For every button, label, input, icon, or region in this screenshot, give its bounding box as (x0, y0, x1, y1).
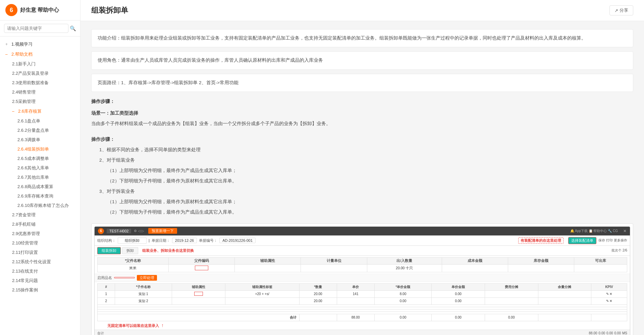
td-row1-no: 1 (98, 290, 115, 297)
footer-page: 合计 (97, 331, 104, 335)
sidebar-item-quantity[interactable]: 2.6.2分量盘点单 (0, 126, 80, 135)
mock-date[interactable]: 2019-12-26 (172, 238, 197, 243)
sidebar-item-video[interactable]: + 1.视频学习 (0, 39, 80, 49)
scenario1-title: 场景一：加工类型选择 (91, 109, 633, 118)
sidebar-item-other-in-label: 2.6.6其他入库单 (17, 165, 49, 171)
sidebar-item-data-prep[interactable]: 2.3使用前数据准备 (0, 78, 80, 88)
footer-0-1: 0.00 (599, 331, 605, 335)
sidebar-item-cost-adj[interactable]: 2.6.5成本调整单 (0, 154, 80, 163)
sidebar-item-purchase[interactable]: 2.5采购管理 (0, 97, 80, 106)
mock-lower-table: # *子件名称 辅助属性 辅助属性标签 *数量 单价 *单价金额 单价金额 费用… (95, 282, 630, 330)
sidebar-item-cases[interactable]: 2.15操作案例 (0, 285, 80, 295)
step2-1: （1）上部明细为父件明细，最终作为产成品生成其它入库单； (91, 166, 633, 175)
td-row2-code (172, 297, 225, 304)
mock-btn-add[interactable]: 预置新增一下 (148, 228, 177, 234)
mock-enable-input[interactable] (114, 277, 135, 278)
footer-amt: 88.00 (337, 314, 374, 321)
td-row1-remain (485, 290, 538, 297)
sidebar-item-sales[interactable]: 2.4销售管理 (0, 88, 80, 97)
mock-enable-label: 启用品名 (97, 275, 112, 280)
step1-1: 1、根据不同的业务，选择不同单据的类型来处理 (91, 145, 633, 154)
mock-tab-assembly[interactable]: 组装拆卸 (97, 247, 121, 254)
screenshot-container: 6 TEST-H002 ⚙ ◁ ▷ 预置新增一下 🔔 App下载 📋 帮助中心 … (91, 223, 633, 335)
sidebar-item-coupon[interactable]: 2.9优惠券管理 (0, 229, 80, 238)
sidebar-item-install[interactable]: 2.2产品安装及登录 (0, 69, 80, 78)
th-child-kpiv: KPIV (591, 283, 627, 290)
sidebar-item-personalize[interactable]: 2.12系统个性化设置 (0, 257, 80, 267)
sidebar-item-help-docs[interactable]: – 2.帮助文档 (0, 49, 80, 59)
footer-remain: 0.00 (485, 314, 538, 321)
sidebar-item-print[interactable]: 2.11打印设置 (0, 248, 80, 257)
sidebar-item-operations[interactable]: 2.10经营管理 (0, 238, 80, 248)
mock-child-table: # *子件名称 辅助属性 辅助属性标签 *数量 单价 *单价金额 单价金额 费用… (97, 283, 627, 321)
feature-intro-text: 功能介绍：组装拆卸单用来处理企业组装或拆卸等加工业务，支持有固定装配清单的产品加… (98, 36, 586, 41)
sidebar-item-transfer[interactable]: 2.6.3调拨单 (0, 135, 80, 145)
td-unit (301, 264, 367, 272)
td-row1-cost: 8.00 (374, 290, 432, 297)
mock-close-icon[interactable]: ✕ (623, 229, 627, 233)
footer-88: 88.00 (589, 331, 597, 335)
mock-sep1: | (149, 238, 150, 242)
td-row2-amt (337, 297, 374, 304)
mock-org-select[interactable]: 组织拆卸 (118, 237, 147, 244)
sidebar-item-mobile[interactable]: 2.8手机旺铺 (0, 220, 80, 229)
sidebar-item-cases-label: 2.15操作案例 (12, 287, 38, 293)
nav-tree: + 1.视频学习 – 2.帮助文档 2.1新手入门 2.2产品安装及登录 2.3… (0, 37, 80, 335)
mock-parent-table: *父件名称 父件编码 辅助属性 计量单位 出/入数量 成本金额 库存金额 可出库 (97, 257, 627, 272)
sidebar-item-payment-label: 2.13在线支付 (12, 268, 38, 274)
mock-second-toolbar: 组织结构： 组织拆卸 | 单据日期： 2019-12-26 单据编号： AD-2… (95, 236, 630, 246)
annotation-no-bom: 无固定清单可以组装在这里录入 (107, 324, 159, 328)
mock-tab-list[interactable]: 拆卸 (122, 247, 138, 254)
sidebar-header: 6 好生意 帮助中心 (0, 0, 80, 20)
sidebar-item-other-in[interactable]: 2.6.6其他入库单 (0, 163, 80, 173)
arrow-up-icon: ↑ (161, 323, 164, 328)
sidebar-item-cost-recalc[interactable]: 2.6.8商品成本重算 (0, 182, 80, 191)
mock-screen: 6 TEST-H002 ⚙ ◁ ▷ 预置新增一下 🔔 App下载 📋 帮助中心 … (94, 226, 630, 335)
sidebar-item-purchase-label: 2.5采购管理 (12, 99, 36, 105)
table-row: 2 策划 2 20.00 0.00 0.00 ✎ ✕ (98, 297, 627, 304)
share-button[interactable]: ↗ 分享 (609, 5, 633, 15)
path-text: 页面路径：1、库存核算->库存管理->组装拆卸单 2、首页->常用功能 (98, 80, 238, 85)
th-inv-amt: 库存金额 (508, 257, 574, 264)
sidebar-item-inv-ledger-label: 2.6.9库存账本查询 (17, 193, 53, 199)
sidebar-item-faq[interactable]: 2.14常见问题 (0, 276, 80, 285)
role-block: 使用角色：通常由生产人员或库管人员完成折装业务的操作，库管人员确认原材料的出库和… (91, 51, 633, 69)
sidebar-item-assembly-label: 2.6.4组装拆卸单 (17, 146, 49, 152)
mock-titlebar: 6 TEST-H002 ⚙ ◁ ▷ 预置新增一下 🔔 App下载 📋 帮助中心 … (95, 227, 630, 236)
sidebar-item-payment[interactable]: 2.13在线支付 (0, 267, 80, 276)
sidebar-item-other-out[interactable]: 2.6.7其他出库单 (0, 173, 80, 182)
search-button[interactable]: 🔍 (70, 25, 76, 32)
th-parent-code: 父件编码 (168, 257, 234, 264)
scenario1-desc: 当由多个子件材料组装成一个成品的业务为【组装】业务，当由一个父件拆分成多个子产品… (91, 119, 633, 128)
sidebar-item-assembly[interactable]: 2.6.4组装拆卸单 (0, 145, 80, 154)
mock-topright: 🔔 App下载 📋 帮助中心 🔧 CG (570, 229, 618, 233)
page-title: 组装拆卸单 (91, 5, 128, 15)
sidebar-item-capital-label: 2.7资金管理 (12, 212, 36, 218)
sidebar-item-inventory[interactable]: – 2.6库存核算 (0, 106, 80, 116)
mock-btn-select[interactable]: 选择装配清单 (568, 237, 596, 244)
sidebar-item-faq-label: 2.14常见问题 (12, 278, 38, 284)
search-input[interactable] (4, 24, 68, 33)
sidebar-item-inv-error[interactable]: 2.6.10库存账本错了怎么办 (0, 201, 80, 210)
sidebar-item-inv-error-label: 2.6.10库存账本错了怎么办 (17, 203, 69, 209)
td-row1-alloc: 0.00 (432, 290, 485, 297)
mock-order-no: AD-20191226-001 (219, 238, 256, 243)
footer-act (591, 314, 627, 321)
td-row1-name: 策划 1 (115, 290, 172, 297)
sidebar-item-inv-ledger[interactable]: 2.6.9库存账本查询 (0, 191, 80, 201)
mock-execute-btn[interactable]: 立即处理 (137, 275, 157, 281)
content-area: 功能介绍：组装拆卸单用来处理企业组装或拆卸等加工业务，支持有固定装配清单的产品加… (80, 21, 644, 335)
code-field[interactable] (195, 266, 208, 270)
logo-icon: 6 (5, 4, 17, 16)
sidebar-item-newuser[interactable]: 2.1新手入门 (0, 59, 80, 69)
plus-icon: + (5, 42, 10, 47)
footer-cost: 0.00 (374, 314, 432, 321)
sidebar-item-capital[interactable]: 2.7资金管理 (0, 210, 80, 220)
sidebar-item-data-prep-label: 2.3使用前数据准备 (12, 80, 49, 86)
sidebar-item-stocktake[interactable]: 2.6.1盘点单 (0, 116, 80, 126)
sidebar-item-other-out-label: 2.6.7其他出库单 (17, 174, 49, 180)
child-code-field[interactable] (194, 292, 203, 296)
mock-actions: 保存 打印 更多操作 (598, 238, 627, 243)
sidebar-item-operations-label: 2.10经营管理 (12, 240, 38, 246)
footer-extra: MS (622, 331, 627, 335)
